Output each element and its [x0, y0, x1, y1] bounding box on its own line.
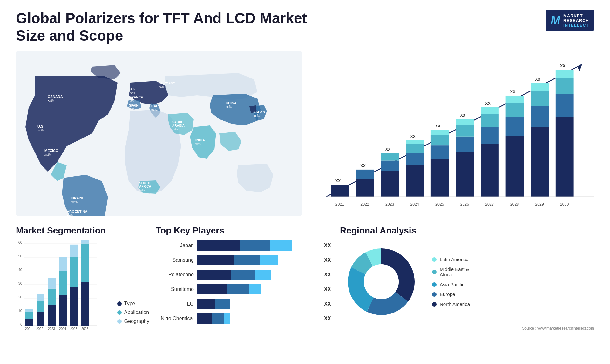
player-bar-japan-seg1: [197, 240, 240, 251]
player-bar-samsung-seg1: [197, 255, 234, 265]
legend-app-label: Application: [124, 310, 149, 315]
svg-rect-44: [456, 152, 474, 197]
label-saudi: SAUDI: [172, 120, 182, 124]
reg-legend-latin: Latin America: [432, 257, 470, 262]
regional-legend: Latin America Middle East &Africa Asia P…: [432, 257, 470, 307]
player-bar-samsung: [197, 255, 318, 265]
svg-rect-32: [406, 165, 424, 197]
page-title: Global Polarizers for TFT And LCD Market…: [16, 10, 334, 44]
svg-rect-29: [381, 153, 399, 161]
svg-text:xx%: xx%: [44, 153, 51, 156]
reg-legend-europe: Europe: [432, 292, 470, 297]
svg-text:2021: 2021: [25, 327, 32, 331]
player-bar-sumitomo-seg3: [249, 284, 261, 294]
svg-rect-68: [556, 117, 574, 197]
svg-rect-102: [59, 295, 67, 326]
svg-rect-56: [506, 136, 524, 197]
svg-rect-28: [381, 161, 399, 171]
label-us: U.S.: [37, 125, 44, 128]
player-bar-lg-seg2: [215, 299, 230, 309]
svg-text:XX: XX: [460, 113, 466, 118]
legend-geo-dot: [117, 319, 122, 324]
player-bar-lg: [197, 299, 318, 309]
legend-geography: Geography: [117, 319, 149, 324]
svg-rect-104: [59, 257, 67, 271]
label-spain: SPAIN: [129, 104, 139, 107]
player-name-samsung: Samsung: [156, 257, 194, 263]
svg-text:XX: XX: [510, 90, 516, 94]
svg-text:2030: 2030: [560, 202, 569, 207]
svg-text:XX: XX: [560, 64, 566, 68]
player-val-polatechno: XX: [324, 272, 334, 278]
svg-text:2023: 2023: [385, 202, 394, 207]
player-bar-sumitomo-seg2: [227, 284, 249, 294]
svg-text:xx%: xx%: [159, 85, 164, 88]
player-bar-samsung-seg2: [234, 255, 260, 265]
svg-rect-51: [481, 127, 499, 144]
svg-rect-45: [456, 137, 474, 152]
svg-rect-35: [406, 140, 424, 144]
player-bar-polatechno-seg3: [255, 270, 271, 280]
label-germany: GERMANY: [159, 81, 175, 85]
svg-text:xx%: xx%: [67, 214, 73, 216]
reg-legend-na: North America: [432, 301, 470, 307]
svg-rect-95: [37, 301, 44, 312]
svg-rect-46: [456, 125, 474, 137]
player-name-japan: Japan: [156, 243, 194, 248]
svg-text:2027: 2027: [485, 202, 494, 207]
segmentation-title: Market Segmentation: [16, 226, 149, 236]
svg-rect-65: [531, 83, 549, 91]
logo-m-icon: M: [551, 14, 560, 27]
svg-rect-34: [406, 144, 424, 153]
player-name-lg: LG: [156, 301, 194, 307]
seg-chart-area: 0 10 20 30 40 50 60: [16, 240, 149, 334]
svg-rect-90: [25, 319, 33, 326]
svg-text:xx%: xx%: [71, 200, 78, 204]
reg-label-europe: Europe: [440, 292, 455, 297]
svg-text:0: 0: [20, 322, 22, 326]
player-bar-polatechno-seg2: [231, 270, 255, 280]
svg-rect-57: [506, 117, 524, 136]
label-china: CHINA: [226, 101, 237, 105]
player-bar-polatechno: [197, 270, 318, 280]
svg-text:2022: 2022: [360, 202, 369, 207]
svg-text:2022: 2022: [36, 327, 44, 331]
svg-rect-39: [431, 146, 449, 159]
growth-chart-wrapper: XX 2021 XX 2022 XX 2023: [311, 54, 594, 217]
label-italy: ITALY: [151, 104, 160, 108]
svg-text:xx%: xx%: [130, 91, 135, 94]
svg-rect-107: [70, 257, 78, 287]
svg-text:xx%: xx%: [129, 108, 134, 111]
svg-text:40: 40: [18, 268, 22, 272]
svg-text:AFRICA: AFRICA: [139, 185, 151, 188]
reg-label-latin: Latin America: [440, 257, 469, 262]
label-india: INDIA: [195, 138, 205, 142]
svg-rect-38: [431, 159, 449, 197]
player-bar-japan-seg3: [270, 240, 292, 251]
svg-rect-110: [81, 282, 89, 326]
label-argentina: ARGENTINA: [67, 210, 87, 213]
reg-label-mea: Middle East &Africa: [440, 266, 469, 277]
reg-dot-latin: [432, 257, 437, 262]
segmentation-section: Market Segmentation 0 10 20 30 40 50 60: [16, 226, 149, 334]
label-france: FRANCE: [130, 96, 143, 99]
label-uk: U.K.: [130, 87, 136, 91]
seg-legend: Type Application Geography: [117, 301, 149, 334]
player-name-sumitomo: Sumitomo: [156, 286, 194, 292]
player-val-japan: XX: [324, 243, 334, 248]
player-row-sumitomo: Sumitomo XX: [156, 284, 334, 294]
svg-rect-112: [81, 240, 89, 244]
svg-text:10: 10: [18, 309, 22, 313]
player-bar-nitto-seg1: [197, 313, 212, 324]
legend-type: Type: [117, 301, 149, 307]
svg-rect-24: [356, 170, 374, 179]
svg-text:2024: 2024: [59, 327, 66, 331]
svg-rect-47: [456, 119, 474, 125]
reg-dot-mea: [432, 270, 437, 274]
player-bar-lg-seg1: [197, 299, 215, 309]
player-val-lg: XX: [324, 301, 334, 307]
svg-text:XX: XX: [485, 102, 491, 106]
svg-point-119: [364, 264, 399, 299]
source-text: Source : www.marketresearchintellect.com: [340, 326, 594, 331]
player-row-polatechno: Polatechno XX: [156, 270, 334, 280]
